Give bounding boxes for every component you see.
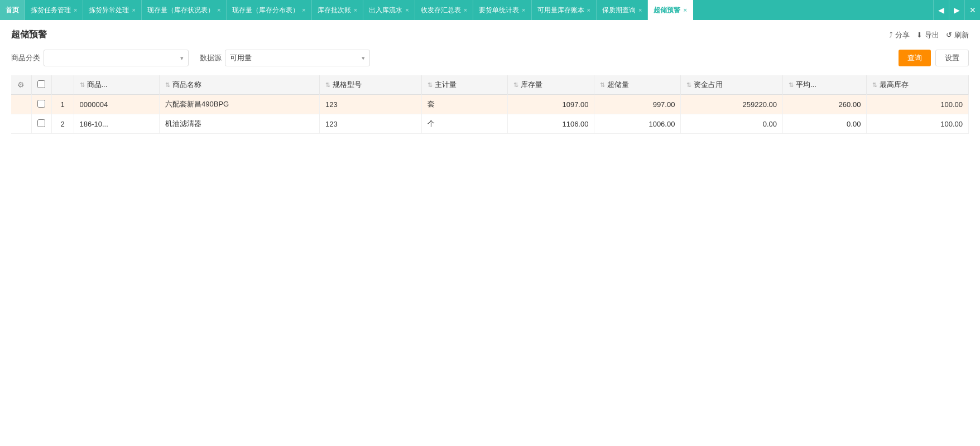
th-product-code[interactable]: 商品... — [74, 75, 160, 95]
nav-label-inout-flow: 出入库流水 — [369, 6, 402, 15]
nav-label-expiry: 保质期查询 — [602, 6, 636, 15]
nav-label-home: 首页 — [6, 6, 19, 15]
nav-arrow-left[interactable]: ◀ — [933, 0, 949, 20]
row-overstock-1: 1006.00 — [594, 114, 681, 134]
close-icon-inout-flow[interactable]: × — [405, 7, 409, 13]
row-avg-0: 260.00 — [782, 95, 866, 114]
th-avg[interactable]: 平均... — [782, 75, 866, 95]
gear-icon[interactable]: ⚙ — [17, 80, 25, 89]
nav-item-task-mgmt[interactable]: 拣货任务管理 × — [25, 0, 83, 20]
row-num-1: 2 — [51, 114, 74, 134]
settings-button[interactable]: 设置 — [935, 50, 969, 66]
close-icon-receive-summary[interactable]: × — [464, 7, 467, 13]
nav-label-task-mgmt: 拣货任务管理 — [31, 6, 71, 15]
th-num — [51, 75, 74, 95]
nav-label-batch-account: 库存批次账 — [318, 6, 351, 15]
nav-label-receive-summary: 收发存汇总表 — [421, 6, 461, 15]
select-all-checkbox[interactable] — [37, 80, 45, 88]
nav-item-available-account[interactable]: 可用量库存账本 × — [532, 0, 597, 20]
close-icon-expiry[interactable]: × — [638, 7, 642, 13]
th-spec[interactable]: 规格型号 — [319, 75, 421, 95]
row-spec-0: 123 — [319, 95, 421, 114]
close-icon-order-stats[interactable]: × — [522, 7, 525, 13]
row-product-name-0: 六配套新昌490BPG — [160, 95, 320, 114]
nav-item-inventory-status[interactable]: 现存量（库存状况表） × — [142, 0, 227, 20]
close-icon-inventory-status[interactable]: × — [217, 7, 220, 13]
share-label: 分享 — [895, 30, 910, 40]
th-unit[interactable]: 主计量 — [421, 75, 508, 95]
close-icon-available-account[interactable]: × — [587, 7, 590, 13]
row-settings-0 — [11, 95, 31, 114]
export-label: 导出 — [925, 30, 939, 40]
nav-item-inventory-dist[interactable]: 现存量（库存分布表） × — [227, 0, 311, 20]
data-table: ⚙ 商品... 商品名称 规格型号 主计量 库存量 超储量 资金占用 平均...… — [11, 75, 969, 134]
nav-label-inventory-status: 现存量（库存状况表） — [147, 6, 214, 15]
refresh-icon: ↺ — [946, 31, 952, 39]
row-check-1[interactable] — [31, 114, 51, 134]
th-max-stock[interactable]: 最高库存 — [867, 75, 969, 95]
row-capital-0: 259220.00 — [681, 95, 783, 114]
query-button[interactable]: 查询 — [899, 50, 931, 66]
close-icon-inventory-dist[interactable]: × — [302, 7, 305, 13]
th-capital[interactable]: 资金占用 — [681, 75, 783, 95]
datasource-label: 数据源 — [200, 53, 222, 63]
nav-item-order-stats[interactable]: 要货单统计表 × — [473, 0, 531, 20]
category-label: 商品分类 — [11, 53, 40, 63]
row-max-stock-0: 100.00 — [867, 95, 969, 114]
category-select[interactable]: ▾ — [44, 50, 189, 66]
row-unit-1: 个 — [421, 114, 508, 134]
filter-row: 商品分类 ▾ 数据源 可用量 ▾ 查询 设置 — [11, 50, 969, 66]
row-unit-0: 套 — [421, 95, 508, 114]
table-row: 1 0000004 六配套新昌490BPG 123 套 1097.00 997.… — [11, 95, 969, 114]
row-checkbox-0[interactable] — [37, 100, 45, 108]
nav-item-home[interactable]: 首页 — [0, 0, 25, 20]
th-settings[interactable]: ⚙ — [11, 75, 31, 95]
close-icon-batch-account[interactable]: × — [354, 7, 357, 13]
table-body: 1 0000004 六配套新昌490BPG 123 套 1097.00 997.… — [11, 95, 969, 134]
filter-category: 商品分类 ▾ — [11, 50, 189, 66]
row-settings-1 — [11, 114, 31, 134]
nav-arrows: ◀ ▶ ✕ — [933, 0, 980, 20]
th-product-name[interactable]: 商品名称 — [160, 75, 320, 95]
row-stock-0: 1097.00 — [508, 95, 594, 114]
nav-label-available-account: 可用量库存账本 — [537, 6, 584, 15]
close-icon-abnormal[interactable]: × — [132, 7, 135, 13]
top-navigation: 首页 拣货任务管理 × 拣货异常处理 × 现存量（库存状况表） × 现存量（库存… — [0, 0, 980, 20]
refresh-label: 刷新 — [954, 30, 969, 40]
share-button[interactable]: ⤴ 分享 — [889, 30, 910, 40]
filter-actions: 查询 设置 — [899, 50, 969, 66]
nav-arrow-right[interactable]: ▶ — [949, 0, 964, 20]
refresh-button[interactable]: ↺ 刷新 — [946, 30, 969, 40]
header-actions: ⤴ 分享 ⬇ 导出 ↺ 刷新 — [889, 30, 969, 40]
table-header-row: ⚙ 商品... 商品名称 规格型号 主计量 库存量 超储量 资金占用 平均...… — [11, 75, 969, 95]
th-stock[interactable]: 库存量 — [508, 75, 594, 95]
row-checkbox-1[interactable] — [37, 119, 45, 127]
nav-item-receive-summary[interactable]: 收发存汇总表 × — [415, 0, 473, 20]
page-title: 超储预警 — [11, 29, 47, 41]
close-icon-task-mgmt[interactable]: × — [74, 7, 77, 13]
nav-item-inout-flow[interactable]: 出入库流水 × — [363, 0, 415, 20]
row-check-0[interactable] — [31, 95, 51, 114]
th-overstock[interactable]: 超储量 — [594, 75, 681, 95]
row-capital-1: 0.00 — [681, 114, 783, 134]
table-row: 2 186-10... 机油滤清器 123 个 1106.00 1006.00 … — [11, 114, 969, 134]
datasource-select[interactable]: 可用量 ▾ — [225, 50, 370, 66]
page-header: 超储预警 ⤴ 分享 ⬇ 导出 ↺ 刷新 — [11, 29, 969, 41]
share-icon: ⤴ — [889, 31, 893, 39]
nav-label-abnormal: 拣货异常处理 — [89, 6, 129, 15]
export-icon: ⬇ — [916, 31, 923, 39]
nav-item-expiry[interactable]: 保质期查询 × — [597, 0, 648, 20]
close-icon-overstock[interactable]: × — [683, 7, 686, 13]
nav-item-abnormal[interactable]: 拣货异常处理 × — [83, 0, 141, 20]
export-button[interactable]: ⬇ 导出 — [916, 30, 939, 40]
row-spec-1: 123 — [319, 114, 421, 134]
nav-item-batch-account[interactable]: 库存批次账 × — [312, 0, 363, 20]
nav-label-inventory-dist: 现存量（库存分布表） — [232, 6, 299, 15]
chevron-down-icon: ▾ — [180, 55, 184, 62]
nav-item-overstock[interactable]: 超储预警 × — [648, 0, 693, 20]
chevron-down-icon-datasource: ▾ — [362, 55, 365, 62]
nav-arrow-close[interactable]: ✕ — [964, 0, 980, 20]
nav-label-order-stats: 要货单统计表 — [479, 6, 519, 15]
row-product-name-1: 机油滤清器 — [160, 114, 320, 134]
row-max-stock-1: 100.00 — [867, 114, 969, 134]
